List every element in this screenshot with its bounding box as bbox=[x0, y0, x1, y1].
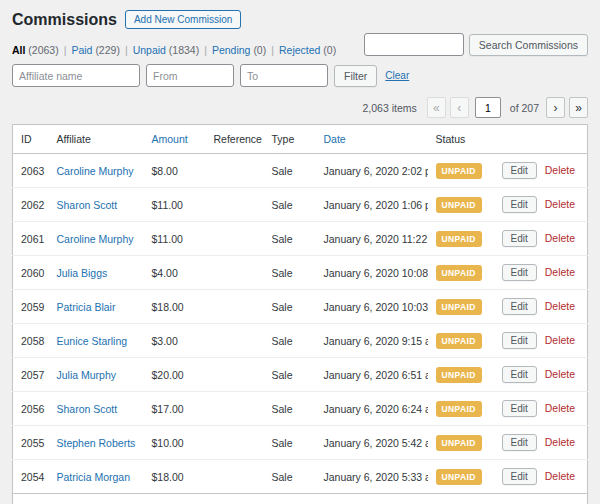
filter-button[interactable]: Filter bbox=[334, 65, 377, 87]
commission-type: Sale bbox=[264, 256, 316, 290]
affiliate-link[interactable]: Eunice Starling bbox=[57, 335, 128, 347]
table-header: ID Affiliate Amount Reference Type Date … bbox=[13, 125, 588, 154]
commissions-page: Commissions Add New Commission All (2063… bbox=[0, 0, 600, 504]
edit-button[interactable]: Edit bbox=[502, 162, 537, 179]
add-new-commission-button[interactable]: Add New Commission bbox=[125, 10, 241, 29]
commission-date: January 6, 2020 1:06 pm bbox=[316, 188, 428, 222]
total-pages-label: of 207 bbox=[510, 102, 539, 114]
column-header-type: Type bbox=[264, 125, 316, 154]
column-header-id: ID bbox=[13, 125, 49, 154]
commission-date: January 6, 2020 10:08 am bbox=[316, 256, 428, 290]
commission-amount: $4.00 bbox=[144, 256, 206, 290]
affiliate-link[interactable]: Stephen Roberts bbox=[57, 437, 136, 449]
view-filter-all[interactable]: All (2063) bbox=[12, 44, 59, 56]
edit-button[interactable]: Edit bbox=[502, 434, 537, 451]
commission-id: 2060 bbox=[13, 256, 49, 290]
edit-button[interactable]: Edit bbox=[502, 196, 537, 213]
view-filter-pending[interactable]: Pending (0) bbox=[212, 44, 266, 56]
first-page-button[interactable]: « bbox=[427, 97, 446, 118]
edit-button[interactable]: Edit bbox=[502, 264, 537, 281]
table-footer: ID Affiliate Amount Reference Type Date … bbox=[13, 494, 588, 504]
commission-date: January 6, 2020 5:33 am bbox=[316, 460, 428, 494]
commission-date: January 6, 2020 2:02 pm bbox=[316, 154, 428, 188]
date-from-input[interactable] bbox=[146, 64, 234, 87]
delete-link[interactable]: Delete bbox=[545, 198, 575, 210]
commission-type: Sale bbox=[264, 392, 316, 426]
delete-link[interactable]: Delete bbox=[545, 232, 575, 244]
delete-link[interactable]: Delete bbox=[545, 436, 575, 448]
commission-amount: $17.00 bbox=[144, 392, 206, 426]
affiliate-link[interactable]: Sharon Scott bbox=[57, 199, 118, 211]
search-commissions-button[interactable]: Search Commissions bbox=[469, 34, 588, 56]
column-header-actions bbox=[494, 125, 588, 154]
clear-filter-link[interactable]: Clear bbox=[385, 70, 409, 81]
commission-reference bbox=[206, 324, 264, 358]
edit-button[interactable]: Edit bbox=[502, 468, 537, 485]
commission-reference bbox=[206, 222, 264, 256]
affiliate-link[interactable]: Caroline Murphy bbox=[57, 165, 134, 177]
delete-link[interactable]: Delete bbox=[545, 300, 575, 312]
status-badge: UNPAID bbox=[436, 367, 482, 383]
table-row: 2062Sharon Scott$11.00SaleJanuary 6, 202… bbox=[13, 188, 588, 222]
commission-type: Sale bbox=[264, 358, 316, 392]
prev-page-button[interactable]: ‹ bbox=[450, 97, 469, 118]
commissions-table: ID Affiliate Amount Reference Type Date … bbox=[12, 124, 588, 504]
edit-button[interactable]: Edit bbox=[502, 298, 537, 315]
commission-amount: $20.00 bbox=[144, 358, 206, 392]
view-filter-rejected[interactable]: Rejected (0) bbox=[279, 44, 336, 56]
date-to-input[interactable] bbox=[240, 64, 328, 87]
commission-type: Sale bbox=[264, 460, 316, 494]
last-page-button[interactable]: » bbox=[569, 97, 588, 118]
delete-link[interactable]: Delete bbox=[545, 164, 575, 176]
edit-button[interactable]: Edit bbox=[502, 400, 537, 417]
status-badge: UNPAID bbox=[436, 163, 482, 179]
edit-button[interactable]: Edit bbox=[502, 230, 537, 247]
view-filter-paid[interactable]: Paid (229) bbox=[71, 44, 119, 56]
view-count: (1834) bbox=[169, 44, 199, 56]
affiliate-link[interactable]: Patricia Morgan bbox=[57, 471, 131, 483]
affiliate-link[interactable]: Caroline Murphy bbox=[57, 233, 134, 245]
column-header-reference: Reference bbox=[206, 125, 264, 154]
status-badge: UNPAID bbox=[436, 401, 482, 417]
table-row: 2057Julia Murphy$20.00SaleJanuary 6, 202… bbox=[13, 358, 588, 392]
views-and-search-row: All (2063)|Paid (229)|Unpaid (1834)|Pend… bbox=[12, 33, 588, 56]
table-row: 2056Sharon Scott$17.00SaleJanuary 6, 202… bbox=[13, 392, 588, 426]
commission-reference bbox=[206, 426, 264, 460]
page-title: Commissions bbox=[12, 11, 117, 29]
current-page-input[interactable] bbox=[475, 97, 501, 118]
status-badge: UNPAID bbox=[436, 299, 482, 315]
status-badge: UNPAID bbox=[436, 231, 482, 247]
affiliate-link[interactable]: Sharon Scott bbox=[57, 403, 118, 415]
affiliate-link[interactable]: Patricia Blair bbox=[57, 301, 116, 313]
table-row: 2058Eunice Starling$3.00SaleJanuary 6, 2… bbox=[13, 324, 588, 358]
affiliate-name-input[interactable] bbox=[12, 64, 140, 87]
commission-id: 2063 bbox=[13, 154, 49, 188]
table-row: 2063Caroline Murphy$8.00SaleJanuary 6, 2… bbox=[13, 154, 588, 188]
commission-reference bbox=[206, 256, 264, 290]
affiliate-link[interactable]: Julia Biggs bbox=[57, 267, 108, 279]
table-row: 2055Stephen Roberts$10.00SaleJanuary 6, … bbox=[13, 426, 588, 460]
column-header-date[interactable]: Date bbox=[324, 133, 346, 145]
delete-link[interactable]: Delete bbox=[545, 368, 575, 380]
view-filter-unpaid[interactable]: Unpaid (1834) bbox=[133, 44, 200, 56]
delete-link[interactable]: Delete bbox=[545, 402, 575, 414]
edit-button[interactable]: Edit bbox=[502, 332, 537, 349]
delete-link[interactable]: Delete bbox=[545, 334, 575, 346]
status-badge: UNPAID bbox=[436, 469, 482, 485]
commission-id: 2061 bbox=[13, 222, 49, 256]
commission-amount: $10.00 bbox=[144, 426, 206, 460]
column-header-amount[interactable]: Amount bbox=[152, 133, 188, 145]
delete-link[interactable]: Delete bbox=[545, 266, 575, 278]
commission-date: January 6, 2020 10:03 am bbox=[316, 290, 428, 324]
affiliate-link[interactable]: Julia Murphy bbox=[57, 369, 117, 381]
delete-link[interactable]: Delete bbox=[545, 470, 575, 482]
search-input[interactable] bbox=[364, 33, 464, 56]
next-page-button[interactable]: › bbox=[546, 97, 565, 118]
commission-date: January 6, 2020 9:15 am bbox=[316, 324, 428, 358]
edit-button[interactable]: Edit bbox=[502, 366, 537, 383]
column-header-affiliate: Affiliate bbox=[49, 125, 144, 154]
commission-type: Sale bbox=[264, 290, 316, 324]
commission-amount: $11.00 bbox=[144, 188, 206, 222]
status-badge: UNPAID bbox=[436, 333, 482, 349]
commission-type: Sale bbox=[264, 324, 316, 358]
